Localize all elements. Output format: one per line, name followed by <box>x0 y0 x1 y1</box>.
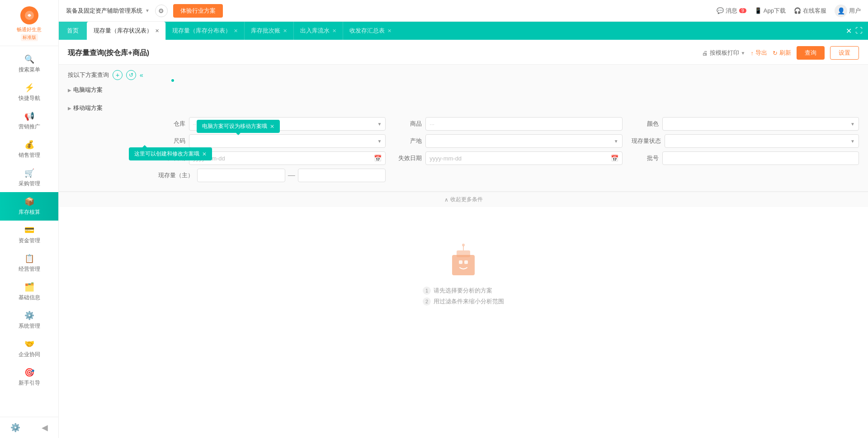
tab-batch-ledger-close[interactable]: ✕ <box>283 28 287 34</box>
tab-collect-summary[interactable]: 收发存汇总表 ✕ <box>343 22 398 40</box>
export-icon: ↑ <box>751 50 754 57</box>
sidebar-item-finance[interactable]: 💳 资金管理 <box>0 221 58 249</box>
online-support-btn[interactable]: 🎧 在线客服 <box>794 7 826 15</box>
tooltip-2-close[interactable]: ✕ <box>202 151 207 157</box>
sidebar-item-label: 库存核算 <box>19 208 40 216</box>
tree-chevron-pc: ▶ <box>68 88 71 93</box>
inventory-icon: 📦 <box>24 197 34 207</box>
filter-header: 按以下方案查询 + ↺ « <box>68 70 859 80</box>
sidebar-item-search[interactable]: 🔍 搜索菜单 <box>0 50 58 78</box>
app-download-btn[interactable]: 📱 App下载 <box>755 7 786 15</box>
expire-date-icon[interactable]: 📅 <box>611 155 618 162</box>
tooltip-2-text: 这里可以创建和修改方案哦 <box>134 150 199 158</box>
sidebar-item-label: 营销推广 <box>19 123 40 131</box>
goods-select[interactable]: ··· <box>425 117 622 131</box>
sidebar-item-purchase[interactable]: 🛒 采购管理 <box>0 164 58 192</box>
sidebar-item-label: 经营管理 <box>19 265 40 273</box>
prod-date-input[interactable]: yyyy-mm-dd 📅 <box>189 151 386 165</box>
export-btn[interactable]: ↑ 导出 <box>751 49 768 57</box>
tab-in-out-flow-close[interactable]: ✕ <box>332 28 336 34</box>
tree-item-pc[interactable]: ▶ 电脑端方案 <box>68 85 859 95</box>
svg-point-6 <box>462 244 465 246</box>
print-dropdown-icon: ▼ <box>741 51 745 56</box>
gear-button[interactable]: ⚙ <box>155 5 168 17</box>
tree-label-mobile: 移动端方案 <box>73 104 103 112</box>
tab-inventory-status-label: 现存量（库存状况表） <box>94 27 152 35</box>
filter-field-color: 颜色 ▼ <box>632 117 859 131</box>
content-area: 1 请先选择要分析的方案 2 用过滤条件来缩小分析范围 <box>59 207 868 343</box>
user-btn[interactable]: 👤 用户 <box>835 5 861 17</box>
sidebar-item-system[interactable]: ⚙️ 系统管理 <box>0 306 58 334</box>
tooltip-1: 电脑方案可设为移动方案哦 ✕ <box>197 120 280 133</box>
system-icon: ⚙️ <box>24 311 34 320</box>
expire-date-input[interactable]: yyyy-mm-dd 📅 <box>425 151 622 165</box>
tooltip-1-close[interactable]: ✕ <box>270 123 274 130</box>
prod-date-icon[interactable]: 📅 <box>374 155 382 162</box>
tab-fullscreen-icon[interactable]: ⛶ <box>855 27 863 35</box>
step-2-text: 用过滤条件来缩小分析范围 <box>434 297 504 306</box>
tab-inventory-status[interactable]: 现存量（库存状况表） ✕ <box>87 22 165 40</box>
tree-item-mobile[interactable]: ▶ 移动端方案 <box>68 103 859 113</box>
filter-field-origin: 产地 ▼ <box>395 134 622 148</box>
scheme-tree: ▶ 电脑端方案 ▶ 移动端方案 <box>68 85 859 113</box>
color-select[interactable]: ▼ <box>662 117 859 131</box>
sidebar-settings-btn[interactable]: ⚙️ <box>10 423 20 433</box>
filter-row-2: 尺码 ▼ 产地 ▼ 现存量状态 <box>158 134 859 148</box>
tab-collect-summary-close[interactable]: ✕ <box>387 28 392 34</box>
stock-status-arrow: ▼ <box>850 139 855 144</box>
filter-field-batch: 批号 <box>632 151 859 165</box>
stock-qty-min[interactable] <box>197 169 285 182</box>
sidebar-item-sales[interactable]: 💰 销售管理 <box>0 135 58 164</box>
logo-sub: 标准版 <box>21 34 38 41</box>
sidebar-item-guide[interactable]: 🎯 新手引导 <box>0 363 58 391</box>
sidebar-collapse-btn[interactable]: ◀ <box>42 423 48 433</box>
batch-label: 批号 <box>632 154 659 162</box>
tab-bar-end: ✕ ⛶ <box>846 27 868 35</box>
tree-chevron-mobile: ▶ <box>68 106 71 111</box>
filter-add-btn[interactable]: + <box>113 70 123 80</box>
size-select[interactable]: ▼ <box>189 134 386 148</box>
tab-in-out-flow[interactable]: 出入库流水 ✕ <box>293 22 343 40</box>
tab-inventory-dist-close[interactable]: ✕ <box>234 28 238 34</box>
query-btn[interactable]: 查询 <box>797 46 825 60</box>
avatar: 👤 <box>835 5 847 17</box>
enterprise-icon: 🤝 <box>24 339 34 349</box>
stock-qty-max[interactable] <box>298 169 386 182</box>
batch-input[interactable] <box>662 151 859 165</box>
sidebar-item-inventory[interactable]: 📦 库存核算 <box>0 192 58 221</box>
sidebar-item-operations[interactable]: 📋 经营管理 <box>0 249 58 278</box>
tab-batch-ledger[interactable]: 库存批次账 ✕ <box>244 22 293 40</box>
purchase-icon: 🛒 <box>24 168 34 178</box>
setting-btn[interactable]: 设置 <box>830 46 859 60</box>
tab-home[interactable]: 首页 <box>59 22 87 40</box>
page-header-actions: 🖨 按模板打印 ▼ ↑ 导出 ↻ 刷新 查询 设置 <box>702 46 859 60</box>
notification-btn[interactable]: 💬 消息 9 <box>717 7 746 15</box>
stock-status-select[interactable]: ▼ <box>665 134 859 148</box>
origin-arrow: ▼ <box>614 139 618 144</box>
sidebar-item-enterprise[interactable]: 🤝 企业协同 <box>0 334 58 363</box>
stock-qty-range: — <box>197 169 386 182</box>
tab-inventory-status-close[interactable]: ✕ <box>155 28 159 34</box>
collapse-label: 收起更多条件 <box>450 196 483 203</box>
logo-icon <box>20 6 38 24</box>
step-1-text: 请先选择要分析的方案 <box>434 287 492 295</box>
size-label: 尺码 <box>158 137 185 145</box>
system-dropdown-icon[interactable]: ▼ <box>145 8 150 13</box>
collapse-bar[interactable]: ∧ 收起更多条件 <box>59 192 868 207</box>
refresh-btn[interactable]: ↻ 刷新 <box>773 49 791 57</box>
origin-select[interactable]: ▼ <box>425 134 622 148</box>
tab-close-all-icon[interactable]: ✕ <box>846 27 852 35</box>
guide-icon: 🎯 <box>24 367 34 377</box>
filter-cycle-btn[interactable]: ↺ <box>126 70 136 80</box>
marketing-icon: 📢 <box>24 111 34 121</box>
tab-inventory-dist[interactable]: 现存量（库存分布表） ✕ <box>165 22 244 40</box>
filter-back-btn[interactable]: « <box>140 71 143 79</box>
template-print-btn[interactable]: 🖨 按模板打印 ▼ <box>702 49 745 57</box>
sidebar-item-label: 销售管理 <box>19 151 40 159</box>
step-num-2: 2 <box>423 297 431 306</box>
trial-btn[interactable]: 体验行业方案 <box>173 4 223 18</box>
sidebar-item-basic[interactable]: 🗂️ 基础信息 <box>0 278 58 306</box>
connection-dot <box>170 78 175 83</box>
sidebar-item-marketing[interactable]: 📢 营销推广 <box>0 107 58 135</box>
sidebar-item-quick-nav[interactable]: ⚡ 快捷导航 <box>0 78 58 107</box>
